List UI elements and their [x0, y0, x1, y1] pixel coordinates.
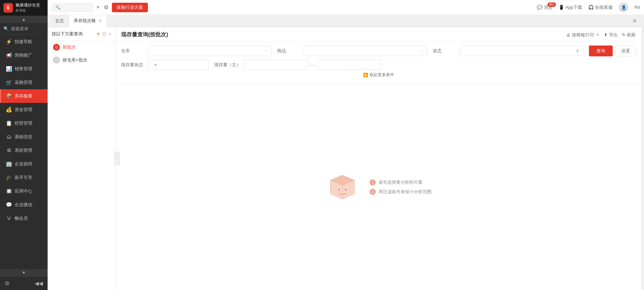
collapse-panel-icon[interactable]: «	[108, 31, 111, 37]
sidebar-search-label: 搜索菜单	[11, 26, 29, 32]
setting-button[interactable]: 设置	[615, 46, 636, 56]
status-select[interactable]: ▼	[459, 46, 583, 56]
messages-badge: 99+	[547, 2, 556, 7]
refresh-btn[interactable]: ↻ 刷新	[622, 32, 636, 38]
product-label: 商品	[277, 48, 301, 54]
export-btn[interactable]: ⬆ 导出	[604, 32, 618, 38]
user-avatar[interactable]: 👤	[619, 3, 628, 12]
filter-row-2: 现存量状态 ▼ 现存量（主） —	[121, 60, 636, 70]
stock-qty-max[interactable]	[317, 60, 381, 70]
tab-close-icon[interactable]: ✕	[99, 18, 102, 23]
sidebar-item-quick-nav[interactable]: ⚡ 快捷导航	[0, 35, 48, 49]
page-actions: 🖨 按模板打印 ▼ ⬆ 导出 ↻ 刷新	[566, 32, 636, 38]
stock-status-filter: 现存量状态 ▼	[121, 60, 209, 70]
export-icon: ⬆	[604, 32, 608, 37]
sidebar-item-system[interactable]: ⚙ 系统管理	[0, 144, 48, 157]
sidebar-item-label: 经营管理	[15, 120, 32, 126]
hint-1-text: 请先选择要分析的方案	[378, 179, 423, 185]
sidebar-item-sales[interactable]: 📊 销售管理	[0, 62, 48, 76]
warehouse-input[interactable]: ···	[148, 46, 272, 56]
sidebar-item-vip[interactable]: V 畅会员	[0, 212, 48, 225]
topbar-dropdown-icon[interactable]: ▼	[96, 5, 100, 10]
tab-home[interactable]: 首页	[50, 15, 69, 27]
online-service-btn[interactable]: 🎧 在线客服	[588, 4, 613, 11]
sidebar: 6 畅康通好生意 标准版 ▲ 🔍 搜索菜单 ⚡ 快捷导航 📢 营销推广 📊 销售…	[0, 0, 48, 290]
right-scrollbar[interactable]	[641, 27, 644, 290]
query-button[interactable]: 查询	[589, 46, 613, 56]
empty-illustration	[325, 170, 359, 204]
messages-btn[interactable]: 💬 消息 99+	[537, 4, 553, 11]
collapse-left-panel-btn[interactable]: ‹	[114, 152, 120, 165]
sidebar-footer: ⚙ ◀◀	[0, 276, 48, 290]
marketing-icon: 📢	[6, 52, 12, 58]
sidebar-scroll-up[interactable]: ▲	[0, 16, 48, 23]
sidebar-item-label: 企业协同	[15, 161, 32, 167]
scheme-settings-icon[interactable]: ⊙	[102, 31, 106, 37]
sidebar-item-inventory[interactable]: 📦 库存核算	[0, 89, 48, 103]
newbie-icon: 🎓	[6, 175, 12, 181]
sidebar-scroll-down[interactable]: ▼	[0, 269, 48, 276]
settings-icon[interactable]: ⚙	[5, 280, 10, 287]
scheme-by-batch[interactable]: ⊙ 按批次	[48, 41, 115, 54]
print-dropdown-icon[interactable]: ▼	[595, 32, 600, 37]
print-btn[interactable]: 🖨 按模板打印 ▼	[566, 32, 600, 38]
sidebar-item-label: 应用中心	[15, 188, 32, 194]
scheme-by-warehouse-batch[interactable]: ⊙ 按仓库+批次	[48, 54, 115, 67]
sidebar-item-app-center[interactable]: 🔲 应用中心	[0, 184, 48, 198]
finance-icon: 💰	[6, 107, 12, 113]
warehouse-filter-group: 仓库 ···	[121, 46, 272, 56]
status-filter-group: 状态 ▼	[433, 46, 583, 56]
online-service-label: 在线客服	[595, 4, 613, 11]
stock-qty-min[interactable]	[243, 60, 308, 70]
hint-2-num: 2	[370, 189, 376, 195]
operation-icon: 📋	[6, 120, 12, 126]
sidebar-item-enterprise[interactable]: 🏢 企业协同	[0, 157, 48, 171]
sidebar-item-label: 快捷导航	[15, 39, 32, 45]
collapse-label: 收起更多条件	[370, 72, 394, 78]
product-input[interactable]: ···	[304, 46, 428, 56]
sidebar-item-label: 畅会员	[15, 215, 28, 221]
sales-icon: 📊	[6, 66, 12, 72]
sidebar-item-finance[interactable]: 💰 资金管理	[0, 103, 48, 116]
sidebar-search[interactable]: 🔍 搜索菜单	[0, 23, 48, 35]
sidebar-item-basic[interactable]: 🗂 基础信息	[0, 130, 48, 144]
app-download-label: App下载	[565, 4, 582, 11]
tab-home-label: 首页	[55, 18, 64, 24]
vip-icon: V	[6, 215, 12, 221]
filter-row-1: 仓库 ··· 商品 ···	[121, 46, 636, 56]
warehouse-dots: ···	[263, 48, 268, 54]
warehouse-label: 仓库	[121, 48, 145, 54]
app-name: 畅康通好生意	[16, 3, 40, 8]
topbar-gear-icon[interactable]: ⚙	[104, 4, 108, 11]
sidebar-item-label: 基础信息	[15, 134, 32, 140]
stock-qty-filter: 现存量（主） —	[214, 60, 381, 70]
product-dots: ···	[419, 48, 424, 54]
sidebar-item-newbie[interactable]: 🎓 新手引导	[0, 171, 48, 184]
print-icon: 🖨	[566, 32, 571, 37]
topbar-search[interactable]: 🔍	[52, 3, 92, 12]
stock-status-label: 现存量状态	[121, 62, 145, 68]
trial-btn[interactable]: 体验行业方案	[112, 3, 148, 12]
empty-hint-2: 2 用过滤条件来缩小分析范围	[370, 189, 431, 195]
app-download-btn[interactable]: 📱 App下载	[559, 4, 582, 11]
collapse-filter-btn[interactable]: 🔼 收起更多条件	[121, 70, 636, 80]
batch-icon: ⊙	[53, 44, 60, 51]
product-filter-group: 商品 ···	[277, 46, 428, 56]
add-scheme-icon[interactable]: +	[97, 31, 100, 37]
basic-icon: 🗂	[6, 134, 12, 140]
stock-status-select[interactable]: ▼	[148, 60, 209, 70]
tab-batch-account[interactable]: 库存批次账 ✕	[69, 15, 107, 27]
panel-close-btn[interactable]: ✕	[632, 15, 637, 27]
sidebar-item-label: 系统管理	[15, 147, 32, 153]
topbar: 🔍 ▼ ⚙ 体验行业方案 💬 消息 99+ 📱 App下载 🎧 在线客服 👤 R…	[48, 0, 644, 15]
stock-qty-range: —	[243, 60, 381, 70]
sidebar-item-wechat[interactable]: 💬 企业微信	[0, 198, 48, 212]
sidebar-nav: ⚡ 快捷导航 📢 营销推广 📊 销售管理 🛒 采购管理 📦 库存核算 💰 资金管…	[0, 35, 48, 269]
sidebar-item-operation[interactable]: 📋 经营管理	[0, 116, 48, 130]
sidebar-item-marketing[interactable]: 📢 营销推广	[0, 49, 48, 62]
collapse-sidebar-icon[interactable]: ◀◀	[35, 280, 43, 287]
sidebar-item-purchase[interactable]: 🛒 采购管理	[0, 76, 48, 89]
system-icon: ⚙	[6, 147, 12, 153]
username[interactable]: Rit	[634, 5, 640, 10]
inventory-icon: 📦	[6, 93, 12, 99]
